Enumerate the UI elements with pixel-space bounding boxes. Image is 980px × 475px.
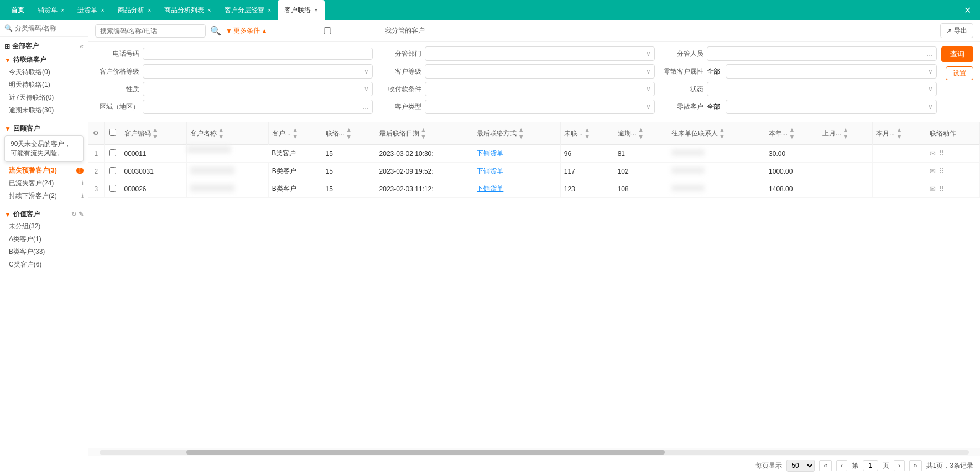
row-2-more-icon[interactable]: ⠿ (939, 167, 945, 175)
my-customers-checkbox-label[interactable]: 我分管的客户 (272, 26, 425, 35)
row-1-last-contact-method[interactable]: 下销货单 (473, 145, 560, 163)
window-close-button[interactable]: ✕ (960, 5, 976, 15)
row-3-method-link[interactable]: 下销货单 (477, 185, 503, 192)
row-2-contact-icon[interactable]: ✉ (930, 167, 936, 175)
refresh-icon[interactable]: ↻ (71, 211, 76, 218)
contact-sort-icon[interactable]: ▲▼ (346, 127, 352, 140)
first-page-button[interactable]: « (819, 460, 832, 471)
row-2-contact: 15 (322, 163, 376, 180)
price-tier-select[interactable]: ∨ (143, 64, 373, 79)
tab-customer-contact[interactable]: 客户联络 × (278, 0, 324, 20)
row-1-name[interactable] (187, 145, 231, 153)
sidebar-item-tomorrow-pending[interactable]: 明天待联络(1) (0, 79, 88, 91)
row-1-method-link[interactable]: 下销货单 (477, 149, 503, 157)
retail-select[interactable]: ∨ (726, 100, 937, 114)
filter-settings-button[interactable]: 设置 (946, 66, 973, 80)
row-2-method-link[interactable]: 下销货单 (477, 167, 503, 175)
edit-icon[interactable]: ✎ (79, 211, 84, 218)
tab-analysis-list-close[interactable]: × (207, 7, 211, 13)
sidebar-item-already-churned[interactable]: 已流失客户(24) ℹ (0, 177, 88, 190)
tab-analysis-list[interactable]: 商品分析列表 × (158, 0, 217, 20)
customer-type-select[interactable]: ∨ (425, 100, 655, 114)
sidebar-item-c-class[interactable]: C类客户(6) (0, 258, 88, 271)
tab-sales-close[interactable]: × (61, 7, 64, 13)
adv-filter-status: 状态 ∨ (659, 82, 937, 96)
tab-analysis-close[interactable]: × (148, 7, 151, 13)
tab-home[interactable]: 首页 (4, 0, 31, 20)
dept-select[interactable]: ∨ (425, 46, 655, 61)
query-button[interactable]: 查询 (941, 46, 973, 62)
tab-purchase[interactable]: 进货单 × (71, 0, 111, 20)
search-input[interactable] (95, 24, 206, 38)
row-2-last-contact-method[interactable]: 下销货单 (473, 163, 560, 180)
col-settings[interactable]: ⚙ (88, 122, 104, 145)
sidebar-item-churn-warning[interactable]: 流失预警客户(3) ! (0, 164, 88, 177)
payment-select[interactable]: ∨ (425, 82, 655, 96)
retail-attr-select[interactable]: ∨ (726, 64, 937, 79)
tab-customer-contact-close[interactable]: × (314, 7, 317, 13)
name-sort-icon[interactable]: ▲▼ (218, 127, 225, 140)
customer-tier-select[interactable]: ∨ (425, 64, 655, 79)
sidebar-item-overdue-uncontacted[interactable]: 逾期未联络(30) (0, 104, 88, 117)
type-sort-icon[interactable]: ▲▼ (292, 127, 299, 140)
sidebar-item-7days-pending[interactable]: 近7天待联络(0) (0, 91, 88, 104)
row-3-num: 3 (88, 180, 104, 198)
phone-input[interactable] (143, 48, 373, 60)
sidebar-group-value[interactable]: ▼ 价值客户 ↻ ✎ (0, 207, 88, 220)
my-customers-checkbox[interactable] (272, 27, 383, 34)
customers-table: ⚙ 客户编码 ▲▼ 客户名称 (88, 122, 980, 198)
last-contact-method-sort-icon[interactable]: ▲▼ (518, 127, 524, 140)
sidebar-item-b-class[interactable]: B类客户(33) (0, 246, 88, 258)
last-month-sort-icon[interactable]: ▲▼ (842, 127, 849, 140)
this-month-sort-icon[interactable]: ▲▼ (896, 127, 903, 140)
horizontal-scrollbar[interactable] (100, 450, 969, 455)
region-dots[interactable]: … (362, 103, 369, 111)
select-all-checkbox[interactable] (109, 129, 116, 136)
row-3-last-contact-method[interactable]: 下销货单 (473, 180, 560, 198)
row-3-checkbox-input[interactable] (109, 185, 116, 192)
person-dots[interactable]: … (926, 50, 933, 58)
retail-value: 全部 (707, 102, 720, 112)
tab-customer-tier[interactable]: 客户分层经营 × (218, 0, 278, 20)
row-1-checkbox-input[interactable] (109, 149, 116, 156)
next-page-button[interactable]: › (894, 460, 905, 471)
code-sort-icon[interactable]: ▲▼ (152, 127, 159, 140)
uncontacted-sort-icon[interactable]: ▲▼ (584, 127, 591, 140)
export-button[interactable]: ↗ 导出 (940, 23, 973, 38)
row-2-this-year: 1000.00 (765, 163, 819, 180)
per-page-select[interactable]: 50 100 200 (786, 460, 815, 472)
sidebar-item-declining[interactable]: 持续下滑客户(2) ℹ (0, 190, 88, 202)
row-2-checkbox-input[interactable] (109, 167, 116, 174)
unit-contact-sort-icon[interactable]: ▲▼ (719, 127, 726, 140)
row-1-contact-icon[interactable]: ✉ (930, 149, 936, 158)
sidebar-all-customers[interactable]: ⊞ 全部客户 « (0, 37, 88, 53)
row-3-more-icon[interactable]: ⠿ (939, 185, 945, 193)
tab-sales[interactable]: 销货单 × (31, 0, 71, 20)
scrollbar-thumb[interactable] (186, 450, 665, 455)
table-settings-icon[interactable]: ⚙ (93, 129, 99, 137)
row-1-more-icon[interactable]: ⠿ (939, 149, 945, 158)
page-number-input[interactable] (863, 460, 878, 471)
more-conditions-button[interactable]: ▼ 更多条件 ▲ (226, 26, 268, 35)
tab-analysis[interactable]: 商品分析 × (111, 0, 158, 20)
sidebar-search-input[interactable] (15, 24, 88, 32)
last-page-button[interactable]: » (909, 460, 922, 471)
overdue-sort-icon[interactable]: ▲▼ (638, 127, 644, 140)
search-button[interactable]: 🔍 (210, 25, 221, 36)
sidebar-group-churn[interactable]: ▼ 回顾客户 (0, 122, 88, 134)
this-year-sort-icon[interactable]: ▲▼ (789, 127, 795, 140)
tab-customer-tier-close[interactable]: × (268, 7, 271, 13)
sidebar-item-ungrouped[interactable]: 未分组(32) (0, 220, 88, 233)
sidebar-item-a-class[interactable]: A类客户(1) (0, 233, 88, 246)
tab-purchase-close[interactable]: × (101, 7, 104, 13)
prev-page-button[interactable]: ‹ (836, 460, 847, 471)
sidebar-item-today-pending[interactable]: 今天待联络(0) (0, 66, 88, 79)
person-select[interactable]: … (707, 46, 937, 61)
region-select[interactable]: … (143, 100, 373, 114)
sidebar-group-pending[interactable]: ▼ 待联络客户 (0, 53, 88, 66)
row-3-contact-icon[interactable]: ✉ (930, 185, 936, 193)
collapse-icon[interactable]: « (80, 43, 84, 50)
last-contact-date-sort-icon[interactable]: ▲▼ (420, 127, 427, 140)
status-select[interactable]: ∨ (707, 82, 937, 96)
nature-select[interactable]: ∨ (143, 82, 373, 96)
